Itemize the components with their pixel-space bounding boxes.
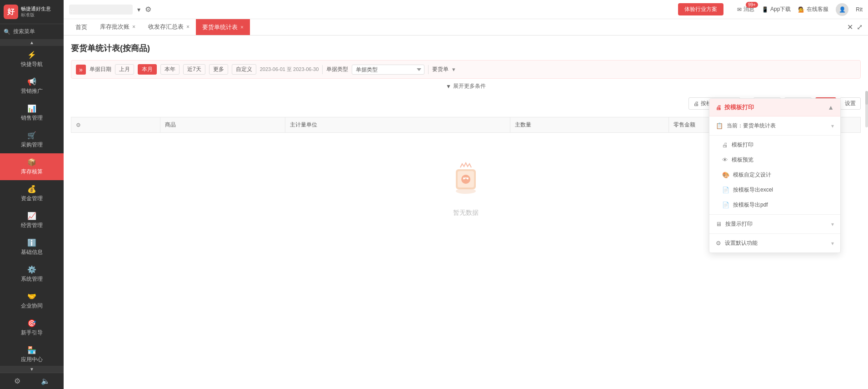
filter-bar: » 单据日期 上月 本月 本年 近7天 更多 自定义 2023-06-01 至 … bbox=[71, 60, 861, 79]
settings-config-btn[interactable]: 设置 bbox=[840, 97, 861, 110]
tab-close-receipt[interactable]: × bbox=[186, 24, 190, 30]
main-area: ▾ ⚙ 体验行业方案 ✉ 消息 99+ 📱 App下载 💁 在线客服 👤 Rit… bbox=[64, 0, 868, 389]
display-print-arrow: ▾ bbox=[831, 221, 834, 227]
date-btn-7days[interactable]: 近7天 bbox=[183, 64, 205, 75]
sidebar-item-appstore[interactable]: 🏪 应用中心 bbox=[0, 341, 64, 366]
export-excel-icon: 📄 bbox=[722, 187, 729, 193]
sidebar-scroll-down[interactable]: ▼ bbox=[0, 366, 64, 373]
filter-expand-btn[interactable]: » bbox=[76, 65, 86, 75]
app-name: 畅捷通好生意 bbox=[21, 5, 51, 12]
tab-close-batch[interactable]: × bbox=[132, 24, 135, 30]
dropdown-template-print[interactable]: 🖨 模板打印 bbox=[709, 137, 840, 152]
settings-config-btn-label: 设置 bbox=[845, 100, 856, 107]
sidebar-scroll-up[interactable]: ▲ bbox=[0, 39, 64, 46]
svg-point-3 bbox=[461, 175, 470, 184]
settings-icon[interactable]: ⚙ bbox=[14, 377, 20, 385]
sidebar-item-system[interactable]: ⚙️ 系统管理 bbox=[0, 261, 64, 288]
message-icon: ✉ bbox=[737, 6, 742, 13]
sidebar-item-inventory[interactable]: 📦 库存核算 bbox=[0, 153, 64, 180]
tab-close-order[interactable]: × bbox=[240, 24, 244, 30]
app-download-label: App下载 bbox=[770, 5, 791, 13]
sidebar-item-label: 企业协同 bbox=[21, 302, 43, 310]
type-select[interactable]: 单据类型 bbox=[352, 65, 424, 75]
sidebar-item-collab[interactable]: 🤝 企业协同 bbox=[0, 288, 64, 314]
finance-icon: 💰 bbox=[27, 185, 36, 193]
tab-order-stats[interactable]: 要货单统计表 × bbox=[196, 19, 250, 35]
page-title: 要货单统计表(按商品) bbox=[71, 43, 861, 54]
right-scrollbar[interactable] bbox=[865, 91, 868, 127]
system-icon: ⚙️ bbox=[27, 265, 36, 274]
sidebar-item-finance[interactable]: 💰 资金管理 bbox=[0, 180, 64, 207]
sidebar: 好 畅捷通好生意 标准版 🔍 搜索菜单 ▲ ⚡ 快捷导航 📢 营销推广 📊 销售… bbox=[0, 0, 64, 389]
dropdown-current-section: 📋 当前：要货单统计表 ▾ bbox=[709, 116, 840, 136]
sales-icon: 📊 bbox=[27, 104, 36, 113]
window-expand-btn[interactable]: ⤢ bbox=[857, 23, 863, 31]
dropdown-template-export-excel[interactable]: 📄 按模板导出excel bbox=[709, 182, 840, 197]
marketing-icon: 📢 bbox=[27, 77, 36, 86]
svg-point-4 bbox=[463, 177, 465, 179]
dropdown-current-item[interactable]: 📋 当前：要货单统计表 ▾ bbox=[709, 118, 840, 133]
print-dropdown-title: 🖨 按模板打印 bbox=[716, 103, 754, 111]
window-close-btn[interactable]: ✕ bbox=[847, 23, 853, 31]
tabs-bar: 首页 库存批次账 × 收发存汇总表 × 要货单统计表 × ✕ ⤢ bbox=[64, 19, 868, 35]
sidebar-item-label: 新手引导 bbox=[21, 329, 43, 337]
svg-point-5 bbox=[467, 177, 469, 179]
template-preview-label: 模板预览 bbox=[732, 156, 753, 164]
date-btn-this-year[interactable]: 本年 bbox=[160, 64, 180, 75]
col-settings[interactable]: ⚙ bbox=[71, 117, 160, 133]
template-preview-icon: 👁 bbox=[722, 157, 728, 163]
topbar-right: ✉ 消息 99+ 📱 App下载 💁 在线客服 👤 Rit bbox=[737, 3, 863, 16]
purchase-icon: 🛒 bbox=[27, 131, 36, 140]
print-dropdown-title-text: 按模板打印 bbox=[724, 103, 754, 111]
sidebar-item-quick-nav[interactable]: ⚡ 快捷导航 bbox=[0, 46, 64, 73]
online-service-btn[interactable]: 💁 在线客服 bbox=[798, 5, 828, 13]
messages-btn[interactable]: ✉ 消息 99+ bbox=[737, 5, 754, 13]
display-print-label: 按显示打印 bbox=[725, 220, 753, 228]
sidebar-item-operations[interactable]: 📈 经营管理 bbox=[0, 207, 64, 234]
dropdown-print-section: 🖨 模板打印 👁 模板预览 🎨 模板自定义设计 📄 按模板导出excel 📄 bbox=[709, 136, 840, 215]
dropdown-template-export-pdf[interactable]: 📄 按模板导出pdf bbox=[709, 197, 840, 212]
topbar-dropdown-btn[interactable]: ▾ bbox=[137, 6, 140, 13]
dropdown-default-func-section: ⚙ 设置默认功能 ▾ bbox=[709, 234, 840, 253]
default-func-arrow: ▾ bbox=[831, 240, 834, 247]
dropdown-display-print[interactable]: 🖥 按显示打印 ▾ bbox=[709, 217, 840, 232]
dropdown-template-preview[interactable]: 👁 模板预览 bbox=[709, 152, 840, 167]
sidebar-item-guide[interactable]: 🎯 新手引导 bbox=[0, 314, 64, 341]
print-dropdown-close-btn[interactable]: ▲ bbox=[828, 104, 834, 111]
sidebar-item-label: 经营管理 bbox=[21, 222, 43, 229]
sidebar-item-sales[interactable]: 📊 销售管理 bbox=[0, 100, 64, 126]
table-settings-icon[interactable]: ⚙ bbox=[76, 122, 81, 128]
sidebar-item-basics[interactable]: ℹ️ 基础信息 bbox=[0, 234, 64, 261]
date-btn-custom[interactable]: 自定义 bbox=[232, 64, 256, 75]
tab-batch-account[interactable]: 库存批次账 × bbox=[94, 19, 142, 35]
topbar-gear-icon[interactable]: ⚙ bbox=[145, 5, 151, 14]
yaohuo-dropdown[interactable]: ▾ bbox=[452, 66, 455, 73]
date-btn-more[interactable]: 更多 bbox=[209, 64, 228, 75]
speaker-icon[interactable]: 🔈 bbox=[41, 377, 50, 385]
app-download-btn[interactable]: 📱 App下载 bbox=[762, 5, 791, 13]
topbar-search-input[interactable] bbox=[69, 5, 133, 15]
current-label: 当前：要货单统计表 bbox=[727, 122, 776, 130]
app-edition: 标准版 bbox=[21, 12, 51, 18]
filter-divider bbox=[322, 65, 323, 74]
tab-receipt-summary[interactable]: 收发存汇总表 × bbox=[142, 19, 196, 35]
date-btn-this-month[interactable]: 本月 bbox=[138, 64, 157, 75]
page-content: 要货单统计表(按商品) » 单据日期 上月 本月 本年 近7天 更多 自定义 2… bbox=[64, 35, 868, 389]
search-menu[interactable]: 🔍 搜索菜单 bbox=[0, 24, 64, 39]
trial-button[interactable]: 体验行业方案 bbox=[678, 3, 723, 15]
export-excel-label: 按模板导出excel bbox=[733, 186, 773, 194]
export-pdf-icon: 📄 bbox=[722, 202, 729, 208]
dropdown-default-func[interactable]: ⚙ 设置默认功能 ▾ bbox=[709, 236, 840, 251]
expand-more-btn[interactable]: ▼ 展开更多条件 bbox=[446, 82, 486, 90]
sidebar-item-purchase[interactable]: 🛒 采购管理 bbox=[0, 126, 64, 153]
sidebar-item-label: 基础信息 bbox=[21, 248, 43, 256]
dropdown-template-design[interactable]: 🎨 模板自定义设计 bbox=[709, 167, 840, 182]
operations-icon: 📈 bbox=[27, 212, 36, 220]
date-btn-last-month[interactable]: 上月 bbox=[115, 64, 134, 75]
tab-label: 收发存汇总表 bbox=[148, 23, 184, 31]
tab-home[interactable]: 首页 bbox=[69, 19, 94, 35]
appstore-icon: 🏪 bbox=[27, 346, 36, 354]
sidebar-item-marketing[interactable]: 📢 营销推广 bbox=[0, 73, 64, 100]
avatar[interactable]: 👤 bbox=[836, 3, 848, 16]
template-print-label: 模板打印 bbox=[732, 141, 753, 149]
